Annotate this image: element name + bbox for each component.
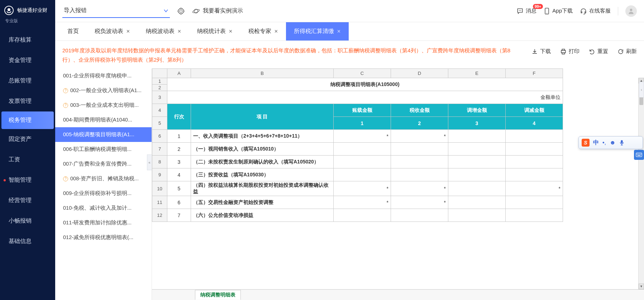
tab[interactable]: 纳税统计表✕ <box>189 22 240 41</box>
col-header[interactable]: A <box>167 69 191 78</box>
sidebar-item[interactable]: 工资 <box>0 149 55 170</box>
sidebar-item[interactable]: 经营管理 <box>0 190 55 211</box>
col-tax-amount[interactable]: 税收金额 <box>391 104 448 117</box>
row-header[interactable]: 8 <box>152 156 167 168</box>
refresh-button[interactable]: 刷新 <box>617 48 637 55</box>
tab[interactable]: 纳税波动表✕ <box>138 22 189 41</box>
form-list-item[interactable]: 012-减免所得税优惠明细表(... <box>55 230 152 245</box>
sidebar-item[interactable]: 税务管理 <box>1 111 54 129</box>
close-icon[interactable]: ✕ <box>274 29 278 34</box>
close-icon[interactable]: ✕ <box>126 29 130 34</box>
messages-button[interactable]: 消息 99+ <box>516 8 536 15</box>
row-header[interactable]: 12 <box>152 209 167 222</box>
cell-value[interactable] <box>506 130 563 143</box>
col-rownum[interactable]: 行次 <box>167 104 191 130</box>
cell-rownum[interactable]: 7 <box>167 209 191 222</box>
cell-value[interactable] <box>334 168 391 181</box>
cell-value[interactable]: * <box>391 181 448 196</box>
cell-value[interactable] <box>448 168 506 181</box>
form-list-item[interactable]: ?002-一般企业收入明细表(A1... <box>55 83 152 98</box>
row-header[interactable]: 5 <box>152 117 167 130</box>
col-book-amount[interactable]: 账载金额 <box>334 104 391 117</box>
col-num-1[interactable]: 1 <box>334 117 391 130</box>
close-icon[interactable]: ✕ <box>177 29 181 34</box>
select-all-corner[interactable] <box>152 69 167 78</box>
cell-value[interactable] <box>448 156 506 168</box>
row-header[interactable]: 3 <box>152 91 167 104</box>
cell-rownum[interactable]: 3 <box>167 156 191 168</box>
ime-punct-icon[interactable]: •, <box>602 139 606 146</box>
cell-item[interactable]: （二）未按权责发生制原则确认的收入（填写A105020） <box>191 156 334 168</box>
col-decrease[interactable]: 调减金额 <box>506 104 563 117</box>
cell-value[interactable]: * <box>334 130 391 143</box>
ime-toolbar[interactable]: S 中 •, ☻ <box>578 136 643 149</box>
unit-cell[interactable]: 金额单位 <box>167 91 563 104</box>
col-header[interactable]: C <box>334 69 391 78</box>
demo-link[interactable]: 我要看实例演示 <box>192 7 243 15</box>
scroll-down-icon[interactable]: ▼ <box>639 284 644 289</box>
cell-value[interactable] <box>334 209 391 222</box>
cell-value[interactable] <box>391 168 448 181</box>
cell-rownum[interactable]: 5 <box>167 181 191 196</box>
support-button[interactable]: 在线客服 <box>580 8 611 15</box>
sheet-title[interactable]: 纳税调整项目明细表(A105000) <box>167 78 563 91</box>
form-list-item[interactable]: 001-企业所得税年度纳税申... <box>55 68 152 83</box>
tab[interactable]: 所得税汇算清缴✕ <box>286 22 349 41</box>
row-header[interactable]: 1 <box>152 78 167 85</box>
cell-item[interactable]: 一、收入类调整项目（2+3+4+5+6+7+8+10+11） <box>191 130 334 143</box>
cell-item[interactable]: （三）投资收益（填写A105030） <box>191 168 334 181</box>
row-header[interactable]: 6 <box>152 130 167 143</box>
col-header[interactable]: B <box>191 69 334 78</box>
cell-rownum[interactable]: 6 <box>167 196 191 209</box>
form-list-item[interactable]: ?003-一般企业成本支出明细... <box>55 98 152 113</box>
sidebar-item[interactable]: 智能管理 <box>0 170 55 190</box>
row-header[interactable]: 2 <box>152 85 167 91</box>
vertical-scrollbar[interactable]: ▲ ▼ <box>638 78 644 289</box>
cell-value[interactable] <box>391 143 448 156</box>
col-header[interactable]: D <box>391 69 448 78</box>
cell-value[interactable]: * <box>334 196 391 209</box>
col-header[interactable]: F <box>506 69 563 78</box>
cell-item[interactable]: （一）视同销售收入（填写A105010） <box>191 143 334 156</box>
cell-item[interactable]: （五）交易性金融资产初始投资调整 <box>191 196 334 209</box>
tab[interactable]: 税负波动表✕ <box>87 22 138 41</box>
cell-value[interactable] <box>506 143 563 156</box>
cell-value[interactable] <box>448 181 506 196</box>
cell-value[interactable] <box>506 209 563 222</box>
row-header[interactable]: 7 <box>152 143 167 156</box>
row-header[interactable]: 9 <box>152 168 167 181</box>
form-list-item[interactable]: 009-企业所得税弥补亏损明... <box>55 186 152 201</box>
cell-value[interactable]: * <box>334 181 391 196</box>
sidebar-item[interactable]: 发票管理 <box>0 91 55 111</box>
sidebar-item[interactable]: 库存核算 <box>0 30 55 50</box>
cell-value[interactable] <box>448 209 506 222</box>
form-list-item[interactable]: 007-广告费和业务宣传费跨... <box>55 157 152 171</box>
cell-value[interactable] <box>391 209 448 222</box>
ime-keyboard-icon[interactable] <box>634 150 644 160</box>
close-icon[interactable]: ✕ <box>229 29 233 34</box>
sidebar-item[interactable]: 资金管理 <box>0 50 55 71</box>
cell-value[interactable] <box>334 156 391 168</box>
cell-value[interactable]: * <box>391 196 448 209</box>
form-list-item[interactable]: ?008-资产折旧、摊销及纳税... <box>55 171 152 186</box>
app-download-button[interactable]: App下载 <box>544 8 573 15</box>
cell-value[interactable] <box>506 168 563 181</box>
cell-value[interactable] <box>448 143 506 156</box>
reset-button[interactable]: 重置 <box>589 48 608 55</box>
row-header[interactable]: 10 <box>152 181 167 196</box>
ime-emoji-icon[interactable]: ☻ <box>610 139 616 146</box>
cell-value[interactable] <box>334 143 391 156</box>
form-list-item[interactable]: 006-职工薪酬纳税调整明细... <box>55 142 152 157</box>
col-increase[interactable]: 调增金额 <box>448 104 506 117</box>
download-button[interactable]: 下载 <box>531 48 551 55</box>
avatar[interactable] <box>625 5 637 17</box>
col-num-3[interactable]: 3 <box>448 117 506 130</box>
cell-rownum[interactable]: 1 <box>167 130 191 143</box>
cell-rownum[interactable]: 4 <box>167 168 191 181</box>
cell-value[interactable]: * <box>391 130 448 143</box>
sidebar-item[interactable]: 总账管理 <box>0 71 55 91</box>
form-list-item[interactable]: 004-期间费用明细表(A1040... <box>55 113 152 127</box>
import-error-select[interactable]: 导入报错 <box>62 4 170 18</box>
sidebar-item[interactable]: 固定资产 <box>0 129 55 149</box>
cell-value[interactable] <box>391 156 448 168</box>
